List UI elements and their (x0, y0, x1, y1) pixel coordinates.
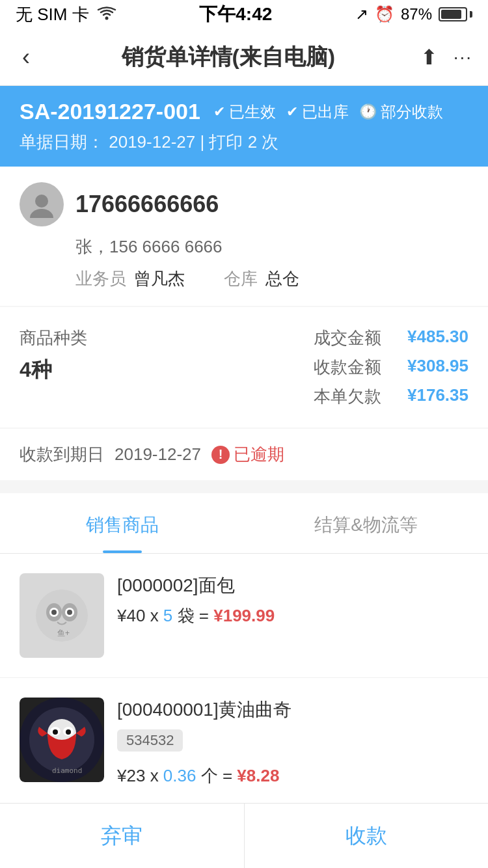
product-info-1: [0000002]面包 ¥40 x 5 袋 = ¥199.99 (117, 573, 468, 627)
salesman-item: 业务员 曾凡杰 (75, 267, 185, 290)
print-unit: 次 (262, 132, 278, 152)
nav-bar: ‹ 销货单详情(来自电脑) ⬆ ··· (0, 29, 488, 86)
back-button[interactable]: ‹ (16, 37, 36, 77)
status-bar: 无 SIM 卡 下午4:42 ↗ ⏰ 87% (0, 0, 488, 29)
due-section: 收款到期日 2019-12-27 ! 已逾期 (0, 429, 488, 480)
salesman-value: 曾凡杰 (134, 267, 185, 290)
tab-products[interactable]: 销售商品 (0, 493, 244, 553)
wifi-icon (97, 5, 116, 25)
product-type: 商品种类 4种 (20, 327, 87, 385)
type-count: 4种 (20, 356, 87, 385)
carrier-text: 无 SIM 卡 (16, 3, 89, 26)
svg-point-0 (105, 16, 108, 20)
product-price-sep-1: x (150, 606, 163, 625)
order-header: SA-20191227-001 ✔ 已生效 ✔ 已出库 🕐 部分收款 单据日期：… (0, 86, 488, 167)
status-shipped-label: 已出库 (302, 102, 349, 122)
due-date: 2019-12-27 (115, 444, 201, 465)
tabs-row: 销售商品 结算&物流等 (0, 493, 488, 554)
more-icon[interactable]: ··· (454, 47, 472, 68)
product-name-1: [0000002]面包 (117, 573, 468, 598)
collect-payment-button[interactable]: 收款 (245, 804, 489, 868)
received-label: 收款金额 (314, 356, 381, 379)
amount-row: 成交金额 ¥485.30 (314, 327, 468, 349)
svg-point-8 (51, 610, 57, 615)
summary-amounts: 成交金额 ¥485.30 收款金额 ¥308.95 本单欠款 ¥176.35 (314, 327, 468, 408)
product-item-2: diamond [000400001]黄油曲奇 534532 ¥23 x 0.3… (0, 678, 488, 807)
order-header-row2: 单据日期： 2019-12-27 | 打印 2 次 (20, 131, 468, 154)
overdue-badge: ! 已逾期 (211, 443, 284, 466)
customer-id: 17666666666 (75, 191, 219, 218)
order-number: SA-20191227-001 (20, 99, 200, 124)
product-info-2: [000400001]黄油曲奇 534532 ¥23 x 0.36 个 = ¥8… (117, 698, 468, 787)
svg-point-1 (35, 195, 48, 208)
due-label: 收款到期日 (20, 443, 104, 466)
product-unit-2: 个 (201, 766, 218, 785)
check-icon-2: ✔ (286, 103, 298, 120)
product-base-price-1: ¥40 (117, 606, 145, 625)
bottom-bar: 弃审 收款 (0, 803, 488, 868)
product-qty-1: 5 (163, 606, 172, 625)
product-badge-2: 534532 (117, 729, 183, 752)
share-icon[interactable]: ⬆ (420, 45, 438, 70)
svg-text:diamond: diamond (52, 766, 82, 775)
customer-name: 张，156 6666 6666 (75, 236, 468, 258)
product-price-sep-2: x (150, 766, 163, 785)
product-unit-1: 袋 (178, 606, 195, 625)
nav-actions: ⬆ ··· (420, 45, 472, 70)
product-name-2: [000400001]黄油曲奇 (117, 698, 468, 722)
product-base-price-2: ¥23 (117, 766, 145, 785)
customer-row1: 17666666666 (20, 182, 468, 226)
overdue-icon: ! (211, 446, 230, 464)
owed-label: 本单欠款 (314, 385, 381, 408)
abandon-review-label: 弃审 (101, 822, 142, 850)
print-count: 2 (248, 132, 257, 152)
status-tags: ✔ 已生效 ✔ 已出库 🕐 部分收款 (213, 102, 443, 122)
tab-products-label: 销售商品 (86, 515, 159, 535)
summary-section: 商品种类 4种 成交金额 ¥485.30 收款金额 ¥308.95 本单欠款 ¥… (0, 307, 488, 427)
warehouse-label: 仓库 (224, 267, 258, 290)
status-right: ↗ ⏰ 87% (355, 5, 472, 23)
svg-point-9 (67, 610, 72, 615)
received-value: ¥308.95 (407, 356, 468, 379)
collect-payment-label: 收款 (346, 822, 387, 850)
clock-icon: 🕐 (359, 103, 377, 120)
status-partial: 🕐 部分收款 (359, 102, 443, 122)
svg-point-2 (30, 209, 53, 218)
product-eq-2: = (223, 766, 237, 785)
salesman-label: 业务员 (75, 267, 126, 290)
status-effective: ✔ 已生效 (213, 102, 276, 122)
check-icon-1: ✔ (213, 103, 225, 120)
location-icon: ↗ (355, 5, 368, 23)
overdue-text: 已逾期 (234, 443, 284, 466)
tabs-section: 销售商品 结算&物流等 (0, 493, 488, 554)
product-thumb-1: 鱼+ (20, 573, 104, 658)
product-qty-2: 0.36 (163, 766, 197, 785)
customer-meta: 业务员 曾凡杰 仓库 总仓 (75, 267, 468, 290)
abandon-review-button[interactable]: 弃审 (0, 804, 245, 868)
svg-point-17 (66, 729, 71, 735)
product-price-2: ¥23 x 0.36 个 = ¥8.28 (117, 765, 468, 787)
received-row: 收款金额 ¥308.95 (314, 356, 468, 379)
svg-text:鱼+: 鱼+ (57, 629, 70, 638)
amount-value: ¥485.30 (407, 327, 468, 349)
status-effective-label: 已生效 (229, 102, 276, 122)
product-item: 鱼+ [0000002]面包 ¥40 x 5 袋 = ¥199.99 (0, 554, 488, 678)
product-total-2: ¥8.28 (237, 766, 279, 785)
svg-point-16 (53, 729, 58, 735)
customer-section: 17666666666 张，156 6666 6666 业务员 曾凡杰 仓库 总… (0, 167, 488, 306)
type-label: 商品种类 (20, 327, 87, 349)
owed-value: ¥176.35 (407, 385, 468, 408)
alarm-icon: ⏰ (375, 5, 394, 23)
status-shipped: ✔ 已出库 (286, 102, 349, 122)
battery-percent: 87% (401, 5, 432, 23)
battery-icon (439, 7, 472, 21)
tab-settlement[interactable]: 结算&物流等 (244, 493, 488, 553)
product-thumb-2: diamond (20, 698, 104, 782)
date-label: 单据日期： (20, 132, 104, 152)
print-label: | 打印 (200, 132, 247, 152)
owed-row: 本单欠款 ¥176.35 (314, 385, 468, 408)
order-date: 2019-12-27 (109, 132, 195, 152)
customer-avatar (20, 182, 64, 226)
product-eq-1: = (199, 606, 213, 625)
warehouse-value: 总仓 (265, 267, 299, 290)
